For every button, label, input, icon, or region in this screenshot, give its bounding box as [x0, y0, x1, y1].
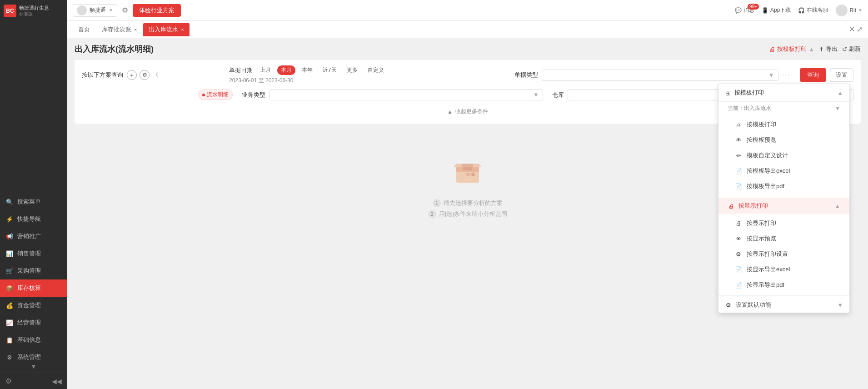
svg-rect-6 — [466, 173, 470, 176]
app-download-btn[interactable]: 📱 App下载 — [762, 6, 791, 14]
template-custom-icon: ✏ — [735, 152, 742, 159]
sidebar-item-system[interactable]: ⚙ 系统管理 — [0, 349, 67, 360]
doc-type-more-btn[interactable]: ··· — [782, 71, 791, 79]
sidebar-item-finance[interactable]: 💰 资金管理 — [0, 297, 67, 314]
template-preview-item[interactable]: 👁 按模板预览 — [718, 132, 849, 148]
svg-rect-4 — [462, 164, 473, 167]
empty-illustration — [449, 155, 486, 192]
tab-flow-label: 出入库流水 — [149, 25, 178, 34]
filter-row-1: 按以下方案查询 + ⚙ 《 单据日期 上月 本月 — [82, 65, 853, 85]
date-tab-current-month[interactable]: 本月 — [277, 65, 295, 75]
print-dropdown: 🖨 按模板打印 ▲ 当前：出入库流水 ▼ 🖨 按模板打印 👁 — [718, 84, 850, 313]
export-btn[interactable]: ⬆ 导出 — [819, 45, 838, 53]
display-pdf-item[interactable]: 📄 按显示导出pdf — [718, 277, 849, 293]
date-tab-7days[interactable]: 近7天 — [319, 65, 340, 75]
profile-dropdown-icon: ▼ — [858, 8, 863, 13]
message-badge: 99+ — [748, 4, 759, 10]
close-all-icon[interactable]: ✕ — [849, 25, 855, 34]
display-preview-icon: 👁 — [735, 235, 742, 242]
app-download-icon: 📱 — [762, 7, 768, 14]
sidebar-item-marketing[interactable]: 📢 营销推广 — [0, 228, 67, 245]
date-tab-last-month[interactable]: 上月 — [256, 65, 274, 75]
tab-batch-account-close[interactable]: × — [134, 27, 137, 32]
footer-arrow[interactable]: ▼ — [837, 302, 843, 309]
template-excel-item[interactable]: 📄 按模板导出excel — [718, 163, 849, 179]
set-default-icon: ⚙ — [725, 301, 732, 309]
display-section: 🖨 按显示打印 👁 按显示预览 ⚙ 按显示打印设置 📄 按显示导出excel — [718, 214, 849, 294]
refresh-btn[interactable]: ↺ 刷新 — [842, 45, 861, 53]
display-section-arrow[interactable]: ▲ — [834, 203, 840, 209]
dropdown-header-title: 按模板打印 — [734, 89, 764, 97]
user-avatar — [77, 5, 87, 15]
filter-settings-btn[interactable]: ⚙ — [140, 70, 150, 80]
sidebar-item-operations[interactable]: 📈 经营管理 — [0, 314, 67, 331]
filter-tag-flow[interactable]: 流水明细 — [198, 90, 233, 100]
tab-home[interactable]: 首页 — [73, 23, 95, 36]
sidebar-settings-icon[interactable]: ⚙ — [5, 377, 12, 385]
filter-add-btn[interactable]: + — [127, 70, 137, 80]
date-tab-year[interactable]: 本年 — [298, 65, 316, 75]
date-tab-more[interactable]: 更多 — [343, 65, 361, 75]
date-range: 2023-06-01 至 2023-06-30 — [229, 77, 293, 85]
dropdown-header: 🖨 按模板打印 ▲ — [718, 84, 849, 102]
business-type-arrow: ▼ — [533, 91, 539, 98]
sidebar-item-sales[interactable]: 📊 销售管理 — [0, 245, 67, 262]
query-btn[interactable]: 查询 — [800, 68, 826, 82]
template-print-btn[interactable]: 🖨 按模板打印 ▲ — [769, 45, 814, 53]
display-print-header[interactable]: 🖨 按显示打印 ▲ — [718, 198, 849, 214]
template-print-item[interactable]: 🖨 按模板打印 — [718, 117, 849, 132]
online-service-btn[interactable]: 🎧 在线客服 — [798, 6, 828, 14]
dropdown-collapse-icon[interactable]: ▲ — [837, 90, 843, 96]
tip-2-text: 用[选]条件来缩小分析范围 — [439, 210, 507, 218]
sidebar-item-label-sales: 销售管理 — [17, 249, 41, 258]
user-profile-btn[interactable]: Rit ▼ — [836, 5, 863, 16]
collapse-label: 收起更多条件 — [455, 108, 488, 115]
svg-point-5 — [471, 173, 475, 176]
business-type-select[interactable]: ▼ — [269, 89, 543, 100]
display-print-icon: 🖨 — [735, 219, 742, 227]
display-settings-icon: ⚙ — [735, 250, 742, 258]
display-settings-item[interactable]: ⚙ 按显示打印设置 — [718, 246, 849, 262]
topbar-right: 💬 消息 99+ 📱 App下载 🎧 在线客服 Rit ▼ — [735, 5, 863, 16]
tip-1-num: 1 — [433, 199, 441, 207]
tab-batch-account[interactable]: 库存批次账 × — [96, 23, 142, 36]
sidebar-item-basic[interactable]: 📋 基础信息 — [0, 331, 67, 349]
display-settings-label: 按显示打印设置 — [747, 250, 788, 258]
topbar-gear-icon[interactable]: ⚙ — [122, 6, 128, 15]
sidebar-item-quick-nav[interactable]: ⚡ 快捷导航 — [0, 210, 67, 228]
sidebar-nav — [0, 22, 67, 192]
doc-type-select[interactable]: ▼ — [542, 70, 778, 81]
tab-flow[interactable]: 出入库流水 × — [143, 23, 189, 36]
print-icon: 🖨 — [769, 46, 775, 53]
display-print-item[interactable]: 🖨 按显示打印 — [718, 215, 849, 231]
topbar-user[interactable]: 畅捷通 ▼ — [73, 4, 117, 17]
expand-icon[interactable]: ⤢ — [857, 25, 863, 34]
filter-tag-label: 流水明细 — [207, 91, 229, 99]
display-excel-item[interactable]: 📄 按显示导出excel — [718, 262, 849, 277]
sidebar-item-inventory[interactable]: 📦 库存核算 — [0, 279, 67, 297]
sidebar-item-purchase[interactable]: 🛒 采购管理 — [0, 262, 67, 279]
message-icon: 💬 — [735, 7, 742, 14]
export-icon: ⬆ — [819, 46, 824, 53]
sidebar-item-search[interactable]: 🔍 搜索菜单 — [0, 193, 67, 210]
date-tab-custom[interactable]: 自定义 — [364, 65, 388, 75]
template-excel-icon: 📄 — [735, 167, 742, 175]
template-custom-label: 模板自定义设计 — [747, 151, 788, 160]
industry-btn[interactable]: 体验行业方案 — [133, 4, 181, 17]
display-preview-item[interactable]: 👁 按显示预览 — [718, 231, 849, 246]
profile-avatar — [836, 5, 848, 16]
template-custom-item[interactable]: ✏ 模板自定义设计 — [718, 148, 849, 163]
tab-flow-close[interactable]: × — [181, 27, 184, 32]
topbar: 畅捷通 ▼ ⚙ 体验行业方案 💬 消息 99+ 📱 App下载 🎧 在线客服 — [67, 0, 868, 21]
search-icon: 🔍 — [5, 198, 14, 206]
set-btn[interactable]: 设置 — [830, 68, 853, 82]
page-content: 出入库流水(流水明细) 🖨 按模板打印 ▲ ⬆ 导出 ↺ 刷新 — [67, 38, 868, 389]
filter-collapse-btn[interactable]: 《 — [152, 71, 159, 79]
message-btn[interactable]: 💬 消息 99+ — [735, 6, 754, 14]
current-arrow[interactable]: ▼ — [835, 105, 840, 112]
sidebar-collapse-icon[interactable]: ◀◀ — [52, 378, 62, 385]
sidebar-scroll-down[interactable]: ▼ — [0, 360, 67, 373]
sidebar-item-label-search: 搜索菜单 — [17, 198, 41, 206]
template-pdf-item[interactable]: 📄 按模板导出pdf — [718, 179, 849, 194]
set-default-item[interactable]: ⚙ 设置默认功能 — [725, 301, 771, 309]
